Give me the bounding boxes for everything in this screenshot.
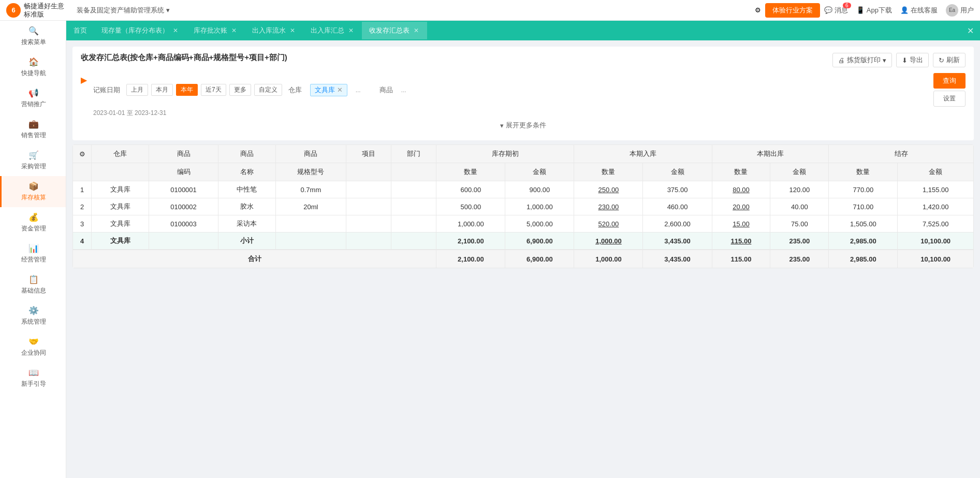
refresh-button[interactable]: ↻ 刷新: [933, 53, 966, 67]
td-out-amt: 75.00: [770, 215, 829, 233]
warehouse-more[interactable]: ...: [356, 86, 361, 94]
footer-label: 合计: [73, 250, 436, 268]
tab-close-recv-send-summary[interactable]: ✕: [413, 27, 420, 34]
td-in-qty[interactable]: 520.00: [574, 215, 643, 233]
td-spec: [276, 233, 346, 250]
warehouse-tag-close[interactable]: ✕: [337, 86, 343, 94]
tab-close-inventory-dist[interactable]: ✕: [172, 27, 179, 34]
date-custom[interactable]: 自定义: [254, 84, 282, 96]
td-out-qty[interactable]: 15.00: [712, 215, 770, 233]
filter-settings-button[interactable]: 设置: [933, 91, 966, 107]
tab-close-in-out-flow[interactable]: ✕: [289, 27, 296, 34]
sidebar-item-purchase[interactable]: 🛒采购管理: [0, 145, 66, 176]
date-more[interactable]: 更多: [229, 84, 251, 96]
th2-project: [346, 163, 391, 181]
td-in-qty[interactable]: 1,000.00: [574, 233, 643, 250]
query-buttons: 查询 设置: [933, 73, 966, 107]
sidebar-item-system[interactable]: ⚙️系统管理: [0, 300, 66, 331]
footer-row: 合计 2,100.00 6,900.00 1,000.00 3,435.00 1…: [73, 250, 974, 268]
td-out-qty[interactable]: 20.00: [712, 198, 770, 215]
td-warehouse: 文具库: [92, 198, 149, 215]
export-button[interactable]: ⬇ 导出: [896, 53, 929, 67]
user-avatar[interactable]: Ea 用户: [946, 4, 974, 17]
th2-end-amt: 金额: [898, 163, 974, 181]
top-header: 6 畅捷通好生意 标准版 装备及固定资产辅助管理系统 ▾ ⚙ 体验行业方案 💬 …: [0, 0, 980, 21]
filter-main: 记账日期 上月 本月 本年 近7天 更多 自定义: [93, 73, 966, 118]
tab-inventory-dist[interactable]: 现存量（库存分布表）✕: [94, 22, 186, 39]
td-project: [346, 181, 391, 198]
td-project: [346, 233, 391, 250]
sidebar-item-search[interactable]: 🔍搜索菜单: [0, 21, 66, 52]
date-last-month[interactable]: 上月: [126, 84, 148, 96]
th-period-in: 本期入库: [574, 145, 712, 163]
th2-spec: 规格型号: [276, 163, 346, 181]
table-footer: 合计 2,100.00 6,900.00 1,000.00 3,435.00 1…: [73, 250, 974, 268]
td-name: 中性笔: [218, 181, 275, 198]
td-in-qty[interactable]: 250.00: [574, 181, 643, 198]
td-spec: 0.7mm: [276, 181, 346, 198]
sidebar-item-operations[interactable]: 📊经营管理: [0, 238, 66, 269]
logo-text: 畅捷通好生意 标准版: [24, 2, 64, 18]
tab-in-out-summary[interactable]: 出入库汇总✕: [303, 22, 362, 39]
sidebar-item-inventory[interactable]: 📦库存核算: [0, 176, 66, 207]
sidebar-item-enterprise[interactable]: 🤝企业协同: [0, 331, 66, 363]
sidebar-item-quick-nav[interactable]: 🏠快捷导航: [0, 52, 66, 83]
td-dept: [391, 233, 436, 250]
filter-right: 仓库 文具库 ✕ ... 商品 ...: [288, 84, 927, 96]
sidebar-item-marketing[interactable]: 📢营销推广: [0, 83, 66, 114]
table-row: 1文具库0100001中性笔0.7mm600.00900.00250.00375…: [73, 181, 974, 198]
experience-button[interactable]: 体验行业方案: [765, 3, 820, 18]
print-button[interactable]: 🖨 拣货版打印 ▾: [832, 53, 892, 67]
messages-icon[interactable]: 💬 消息 6: [824, 6, 848, 15]
td-out-amt: 120.00: [770, 181, 829, 198]
online-service-icon[interactable]: 👤 在线客服: [900, 6, 938, 15]
td-in-amt: 460.00: [643, 198, 712, 215]
tab-bar-close[interactable]: ✕: [961, 26, 980, 36]
td-warehouse: 文具库: [92, 215, 149, 233]
goods-more[interactable]: ...: [401, 86, 406, 94]
collapse-toggle[interactable]: ▶: [81, 75, 87, 85]
td-end-amt: 1,155.00: [898, 181, 974, 198]
date-this-month[interactable]: 本月: [151, 84, 173, 96]
th2-in-qty: 数量: [574, 163, 643, 181]
th2-out-qty: 数量: [712, 163, 770, 181]
tab-close-batch-ledger[interactable]: ✕: [230, 27, 238, 34]
query-button[interactable]: 查询: [933, 73, 966, 89]
td-in-qty[interactable]: 230.00: [574, 198, 643, 215]
tab-batch-ledger[interactable]: 库存批次账✕: [186, 22, 245, 39]
td-out-qty[interactable]: 80.00: [712, 181, 770, 198]
date-this-year[interactable]: 本年: [176, 84, 198, 96]
th2-name: 名称: [218, 163, 275, 181]
sidebar-item-guide[interactable]: 📖新手引导: [0, 363, 66, 394]
th2-out-amt: 金额: [770, 163, 829, 181]
th-settings[interactable]: ⚙: [73, 145, 92, 163]
sidebar-item-basic[interactable]: 📋基础信息: [0, 269, 66, 300]
date-7-days[interactable]: 近7天: [201, 84, 226, 96]
th-open-stock: 库存期初: [436, 145, 574, 163]
td-out-qty[interactable]: 115.00: [712, 233, 770, 250]
td-open-amt: 1,000.00: [505, 198, 574, 215]
table-header-row-1: ⚙ 仓库 商品 商品 商品 项目 部门 库存期初 本期入库 本期出库 结存: [73, 145, 974, 163]
td-in-amt: 375.00: [643, 181, 712, 198]
app-download-icon[interactable]: 📱 App下载: [856, 6, 892, 15]
tab-recv-send-summary[interactable]: 收发存汇总表✕: [362, 22, 427, 39]
settings-icon[interactable]: ⚙: [755, 6, 761, 14]
td-code: 0100001: [149, 181, 218, 198]
tab-home[interactable]: 首页: [66, 22, 94, 39]
sidebar-item-finance[interactable]: 💰资金管理: [0, 207, 66, 238]
filter-row: 记账日期 上月 本月 本年 近7天 更多 自定义: [93, 73, 966, 107]
td-no: 4: [73, 233, 92, 250]
tab-in-out-flow[interactable]: 出入库流水✕: [245, 22, 303, 39]
td-open-qty: 1,000.00: [436, 215, 505, 233]
tab-close-in-out-summary[interactable]: ✕: [347, 27, 355, 34]
td-spec: [276, 215, 346, 233]
th2-open-qty: 数量: [436, 163, 505, 181]
system-title-selector[interactable]: 装备及固定资产辅助管理系统 ▾: [77, 6, 747, 15]
warehouse-label: 仓库: [288, 85, 302, 95]
warehouse-tag: 文具库 ✕: [310, 84, 347, 96]
td-in-amt: 2,600.00: [643, 215, 712, 233]
expand-more[interactable]: ▾ 展开更多条件: [81, 118, 966, 130]
td-end-qty: 770.00: [829, 181, 898, 198]
sidebar-item-sales[interactable]: 💼销售管理: [0, 114, 66, 145]
page-title: 收发存汇总表(按仓库+商品编码+商品+规格型号+项目+部门): [81, 53, 287, 63]
